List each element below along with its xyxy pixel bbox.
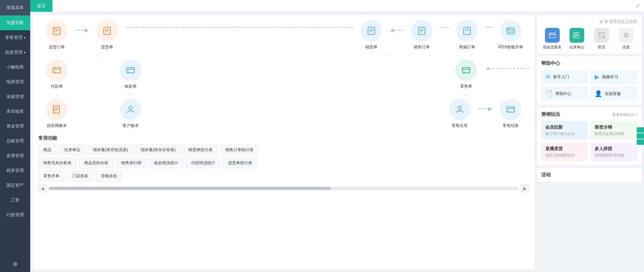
cashflow-icon bbox=[545, 28, 560, 43]
func-btn-stock-status[interactable]: 现存量(库存状况表) bbox=[88, 145, 133, 155]
retail-settle-icon: ¥ bbox=[500, 99, 521, 120]
hc-item-service[interactable]: 👤 在线客服 bbox=[591, 87, 637, 101]
float-btn-community[interactable]: 服务社区 bbox=[637, 133, 644, 139]
flow-node-customer-ledger[interactable]: 客户账本 bbox=[112, 99, 149, 129]
service-label: 在线客服 bbox=[605, 91, 621, 97]
sales-order-icon bbox=[411, 20, 432, 42]
svg-rect-12 bbox=[418, 27, 425, 35]
func-btn-sales-rank[interactable]: 销售排行榜 bbox=[116, 158, 146, 168]
svg-text:¥: ¥ bbox=[508, 110, 510, 113]
flow-node-receipt[interactable]: ¥ 收款单 bbox=[112, 59, 149, 89]
flow-node-purchase-order[interactable]: 进货订单 bbox=[38, 20, 75, 50]
settings-icon: ⚙ bbox=[619, 28, 634, 43]
customer-ledger-icon bbox=[120, 99, 141, 120]
func-btn-receipt-stat[interactable]: 收款情况统计 bbox=[149, 158, 183, 168]
contacts-icon bbox=[569, 28, 584, 43]
mkt-item-member[interactable]: 会员拉新 吸引用户成为会员 bbox=[541, 121, 588, 140]
func-btn-contacts[interactable]: 往来单位 bbox=[59, 145, 85, 155]
qa-item-contacts[interactable]: 往来单位 bbox=[566, 28, 588, 50]
payment-label: 付款单 bbox=[51, 84, 63, 89]
receipt-label: 收款单 bbox=[125, 84, 137, 89]
scroll-track[interactable] bbox=[49, 187, 519, 190]
svg-rect-8 bbox=[368, 27, 375, 35]
flow-node-sales[interactable]: 销货单 bbox=[353, 20, 390, 50]
svg-text:¥: ¥ bbox=[54, 71, 56, 74]
flow-node-payment[interactable]: ¥ 付款单 bbox=[38, 59, 75, 89]
more-marketing-link[interactable]: 更多营销玩法 > bbox=[612, 112, 637, 117]
mkt-item-live[interactable]: 直播卖货 场景式购物新玩法 bbox=[541, 142, 588, 161]
flow-node-retail-settle[interactable]: ¥ 零售结算 bbox=[492, 99, 529, 129]
qa-item-cashflow[interactable]: 现金流量表 bbox=[541, 28, 563, 50]
fission-title: 裂变分销 bbox=[595, 124, 633, 130]
flow-node-purchase[interactable]: 进货单 bbox=[89, 20, 126, 50]
sidebar-item-purchase[interactable]: 采购管理 bbox=[0, 89, 30, 104]
member-desc: 吸引用户成为会员 bbox=[545, 131, 584, 136]
sidebar-item-tax[interactable]: 税务管理 bbox=[0, 163, 30, 178]
settings-button[interactable]: ⚙ bbox=[0, 256, 30, 272]
float-btn-service[interactable]: 客服热线 bbox=[637, 127, 644, 133]
sidebar: 搜索菜单 快捷导航 零售管理 ▾ 批发管理 ▾ 小畅电商 电商管理 采购管理 库… bbox=[0, 0, 30, 272]
sidebar-item-invoice[interactable]: 发票管理 bbox=[0, 148, 30, 163]
common-functions-title: 常用功能 bbox=[38, 135, 529, 141]
sidebar-item-payroll[interactable]: 工资 bbox=[0, 193, 30, 208]
hc-item-help[interactable]: 📄 帮助中心 bbox=[541, 87, 588, 101]
flow-node-retail[interactable]: ¥ 零售单 bbox=[448, 59, 485, 89]
svg-point-38 bbox=[129, 106, 132, 109]
hc-item-beginner[interactable]: ✉ 新手入门 bbox=[541, 70, 588, 84]
func-btn-sales-order-stat[interactable]: 销售订单统计表 bbox=[220, 145, 259, 155]
tab-bar: 首页 ⤢ bbox=[30, 0, 644, 12]
func-btn-sales-stat[interactable]: 销货单统计表 bbox=[183, 145, 218, 155]
marketing-panel: 营销玩法 更多营销玩法 > 会员拉新 吸引用户成为会员 裂变分销 裂变式发展分销… bbox=[537, 107, 641, 165]
func-btn-payment-stat[interactable]: 付款情况统计 bbox=[186, 158, 220, 168]
func-btn-goods[interactable]: 商品 bbox=[38, 145, 56, 155]
flow-node-mall-order[interactable]: 商城订单 bbox=[449, 20, 486, 50]
sidebar-item-admin[interactable]: 行政管理 bbox=[0, 208, 30, 222]
group-title: 多人拼团 bbox=[595, 146, 633, 152]
sidebar-item-inventory[interactable]: 库存核算 bbox=[0, 104, 30, 119]
scroll-left-btn[interactable]: ◀ bbox=[38, 185, 47, 192]
tab-home[interactable]: 首页 bbox=[30, 0, 53, 12]
supplier-ledger-label: 供应商账本 bbox=[47, 123, 67, 129]
func-btn-goods-profit[interactable]: 商品毛利分析 bbox=[79, 158, 113, 168]
quick-nav-item[interactable]: 快捷导航 bbox=[0, 15, 30, 30]
mkt-grid: 会员拉新 吸引用户成为会员 裂变分销 裂变式发展分销商 直播卖货 场景式购物新玩… bbox=[541, 121, 637, 161]
chevron-down-icon: ▾ bbox=[24, 36, 26, 40]
func-btn-stock-dist[interactable]: 现存量(库存分布表) bbox=[136, 145, 181, 155]
func-btn-retail-order[interactable]: 零售开单 bbox=[38, 171, 64, 181]
search-menu[interactable]: 搜索菜单 bbox=[0, 0, 30, 15]
svg-text:¥: ¥ bbox=[128, 71, 130, 74]
float-btn-desktop[interactable]: 桌面快捷 bbox=[637, 139, 644, 145]
qa-item-none[interactable]: 暂无 bbox=[591, 28, 613, 50]
sidebar-item-ecommerce-small[interactable]: 小畅电商 bbox=[0, 60, 30, 75]
flow-node-supplier-ledger[interactable]: 供应商账本 bbox=[38, 99, 75, 129]
qa-header[interactable]: ⚙ ⚙ 首页自定义设置 bbox=[541, 19, 637, 25]
content-area: 进货订单 ▶ 进货单 bbox=[30, 12, 644, 272]
flow-node-retail-out[interactable]: 零售出库 bbox=[441, 99, 478, 129]
common-functions: 常用功能 商品 往来单位 现存量(库存状况表) 现存量(库存分布表) 销货单统计… bbox=[38, 135, 529, 181]
purchase-order-icon bbox=[46, 20, 67, 42]
func-btn-store-rank[interactable]: 门店排名 bbox=[67, 171, 93, 181]
func-btn-guide-rank[interactable]: 导购排名 bbox=[96, 171, 122, 181]
expand-icon[interactable]: ⤢ bbox=[632, 0, 644, 12]
sidebar-item-finance[interactable]: 资金管理 bbox=[0, 119, 30, 134]
flow-node-sales-order[interactable]: 销售订单 bbox=[403, 20, 440, 50]
sidebar-item-ecommerce[interactable]: 电商管理 bbox=[0, 75, 30, 89]
help-center-title: 帮助中心 bbox=[541, 60, 637, 66]
retail-label: 零售单 bbox=[460, 84, 472, 89]
svg-rect-16 bbox=[464, 27, 470, 35]
flow-node-pos[interactable]: POS收银开单 bbox=[492, 20, 529, 50]
func-btn-purchase-stat[interactable]: 进货单统计表 bbox=[223, 158, 257, 168]
sidebar-item-wholesale[interactable]: 批发管理 ▾ bbox=[0, 45, 30, 60]
mkt-item-group[interactable]: 多人拼团 拼团购物享受优惠 bbox=[591, 142, 637, 161]
mkt-item-fission[interactable]: 裂变分销 裂变式发展分销商 bbox=[591, 121, 637, 140]
qa-item-settings[interactable]: ⚙ 设置 bbox=[615, 28, 638, 50]
svg-rect-20 bbox=[508, 29, 510, 31]
sidebar-item-assets[interactable]: 固定资产 bbox=[0, 178, 30, 193]
live-desc: 场景式购物新玩法 bbox=[545, 153, 584, 158]
sidebar-item-retail[interactable]: 零售管理 ▾ bbox=[0, 30, 30, 45]
sidebar-item-ledger[interactable]: 总账管理 bbox=[0, 134, 30, 148]
func-btn-sales-profit[interactable]: 销售毛利分析表 bbox=[38, 158, 77, 168]
scroll-right-btn[interactable]: ▶ bbox=[521, 185, 529, 192]
hc-item-video[interactable]: ▶ 视频学习 bbox=[591, 70, 637, 84]
video-icon: ▶ bbox=[595, 73, 599, 81]
